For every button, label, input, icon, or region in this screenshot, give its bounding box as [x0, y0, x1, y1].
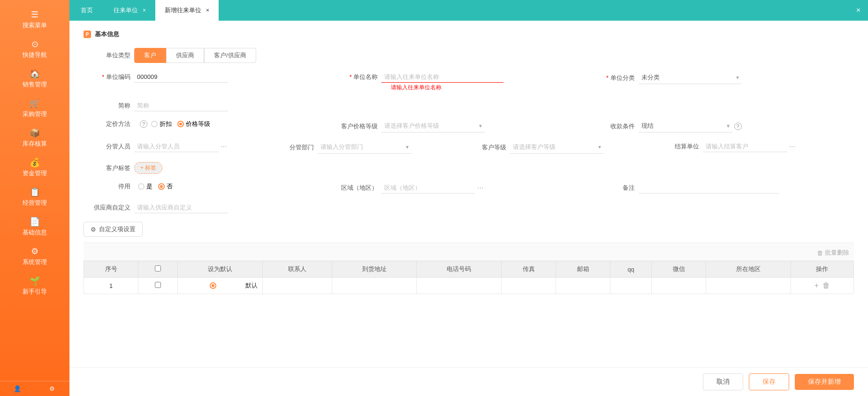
department-label: 分管部门	[276, 143, 314, 152]
row-qq[interactable]	[610, 278, 652, 294]
col-wechat: 微信	[651, 261, 706, 278]
unit-category-select[interactable]: 未分类 ▾	[639, 71, 742, 84]
settings-icon: ⚙	[49, 385, 55, 392]
cancel-button[interactable]: 取消	[703, 373, 743, 390]
row-phone[interactable]	[417, 278, 501, 294]
row-region[interactable]	[706, 278, 791, 294]
field-unit-code: 单位编码	[84, 71, 340, 83]
row-default: 默认	[178, 278, 262, 294]
sidebar-item-operations[interactable]: 📋 经营管理	[0, 182, 69, 212]
payment-terms-help[interactable]: ?	[734, 123, 742, 130]
unit-type-both-btn[interactable]: 客户/供应商	[204, 48, 256, 63]
sidebar-item-sales[interactable]: 🏠 销售管理	[0, 64, 69, 93]
unit-code-input[interactable]	[134, 71, 228, 83]
sidebar-item-basic-info[interactable]: 📄 基础信息	[0, 212, 69, 241]
disabled-yes-radio	[138, 183, 145, 190]
pricing-discount[interactable]: 折扣	[151, 120, 172, 128]
payment-terms-arrow: ▾	[727, 123, 730, 129]
sidebar-item-system[interactable]: ⚙ 系统管理	[0, 241, 69, 271]
manager-label: 分管人员	[84, 142, 130, 151]
pricing-radio-group: 折扣 价格等级	[151, 120, 210, 128]
pricing-discount-radio	[151, 121, 158, 127]
col-phone: 电话号码	[417, 261, 501, 278]
finance-icon: 💰	[30, 157, 40, 168]
unit-type-row: 单位类型 客户 供应商 客户/供应商	[84, 48, 854, 63]
payment-terms-select[interactable]: 现结 ▾	[639, 120, 732, 132]
department-select[interactable]: 请输入分管部门 ▾	[318, 141, 411, 154]
row-default-radio-item[interactable]: 默认	[183, 281, 257, 290]
customer-level-arrow: ▾	[598, 144, 601, 150]
sidebar-item-finance[interactable]: 💰 资金管理	[0, 153, 69, 182]
settlement-unit-input[interactable]	[703, 141, 787, 152]
pricing-price-level[interactable]: 价格等级	[177, 120, 210, 128]
batch-delete-btn[interactable]: 🗑 批量删除	[817, 248, 849, 257]
row-manager: 分管人员 ··· 分管部门 请输入分管部门 ▾ 客户等级 请选择客户等级 ▾ 结…	[84, 141, 854, 154]
manager-dots[interactable]: ···	[221, 142, 227, 151]
sidebar-item-search[interactable]: ☰ 搜索菜单	[0, 5, 69, 34]
select-all-checkbox[interactable]	[155, 265, 161, 272]
gear-icon: ⚙	[91, 226, 96, 233]
field-payment-terms: 收款条件 现结 ▾ ?	[597, 120, 854, 132]
abbreviation-input[interactable]	[134, 100, 228, 111]
col-default: 设为默认	[178, 261, 262, 278]
manager-input[interactable]	[134, 141, 219, 152]
supplier-custom-label: 供应商自定义	[84, 203, 130, 212]
page-content: P 基本信息 单位类型 客户 供应商 客户/供应商 单位编码 单位名称 请输入往…	[69, 21, 868, 367]
customer-price-arrow: ▾	[479, 123, 482, 129]
pricing-label: 定价方法	[84, 120, 130, 128]
col-contact: 联系人	[262, 261, 332, 278]
add-tag-button[interactable]: + 标签	[134, 162, 162, 174]
customer-level-select[interactable]: 请选择客户等级 ▾	[510, 141, 604, 154]
col-qq: qq	[610, 261, 652, 278]
unit-type-supplier-btn[interactable]: 供应商	[166, 48, 204, 63]
tabbar: 首页 往来单位 × 新增往来单位 × ×	[69, 0, 868, 21]
sidebar-item-inventory[interactable]: 📦 库存核算	[0, 123, 69, 153]
unit-name-input[interactable]	[381, 71, 503, 83]
default-radio	[210, 282, 216, 289]
sidebar-item-quick-nav[interactable]: ⊙ 快捷导航	[0, 34, 69, 64]
sidebar-user[interactable]: 👤	[0, 385, 35, 392]
table-row: 1 默认	[84, 278, 854, 294]
row-contact[interactable]	[262, 278, 332, 294]
row-wechat[interactable]	[651, 278, 706, 294]
row-email[interactable]	[556, 278, 610, 294]
tab-home[interactable]: 首页	[69, 0, 104, 21]
region-input[interactable]	[381, 182, 475, 194]
customer-level-label: 客户等级	[469, 143, 506, 152]
col-email: 邮箱	[556, 261, 610, 278]
disabled-radio-group: 是 否	[138, 182, 173, 191]
tab-new-partner-close[interactable]: ×	[206, 7, 209, 14]
row-supplier-custom: 供应商自定义	[84, 202, 854, 213]
row-fax[interactable]	[501, 278, 556, 294]
sidebar-settings[interactable]: ⚙	[35, 385, 69, 392]
row-checkbox[interactable]	[138, 278, 178, 294]
remark-input[interactable]	[639, 182, 779, 194]
region-label: 区域（地区）	[340, 184, 378, 192]
field-department: 分管部门 请输入分管部门 ▾	[276, 141, 469, 154]
pricing-help-icon[interactable]: ?	[140, 120, 147, 128]
tab-partners-close[interactable]: ×	[143, 7, 146, 14]
row-address[interactable]	[332, 278, 417, 294]
save-new-button[interactable]: 保存并新增	[795, 374, 854, 390]
add-row-btn[interactable]: +	[815, 281, 819, 290]
region-dots[interactable]: ···	[477, 184, 483, 192]
unit-type-customer-btn[interactable]: 客户	[134, 48, 166, 63]
sidebar-item-guide[interactable]: 🌱 新手引导	[0, 271, 69, 301]
disabled-yes[interactable]: 是	[138, 182, 152, 191]
row-select-checkbox[interactable]	[155, 282, 161, 288]
unit-category-arrow: ▾	[736, 74, 739, 81]
customer-price-level-select[interactable]: 请选择客户价格等级 ▾	[381, 120, 485, 132]
col-no: 序号	[84, 261, 138, 278]
tab-partners[interactable]: 往来单位 ×	[104, 0, 155, 21]
sidebar-item-purchase[interactable]: 🛒 采购管理	[0, 93, 69, 123]
settlement-dots[interactable]: ···	[789, 142, 795, 151]
custom-settings-btn[interactable]: ⚙ 自定义项设置	[84, 222, 143, 237]
delete-row-btn[interactable]: 🗑	[822, 281, 830, 290]
supplier-custom-input[interactable]	[134, 202, 228, 213]
save-button[interactable]: 保存	[749, 373, 789, 390]
close-all-button[interactable]: ×	[856, 6, 860, 15]
disabled-label: 停用	[84, 182, 130, 191]
tab-new-partner[interactable]: 新增往来单位 ×	[155, 0, 219, 21]
main-area: 首页 往来单位 × 新增往来单位 × × P 基本信息 单位类型 客户 供应商 …	[69, 0, 868, 396]
disabled-no[interactable]: 否	[158, 182, 173, 191]
